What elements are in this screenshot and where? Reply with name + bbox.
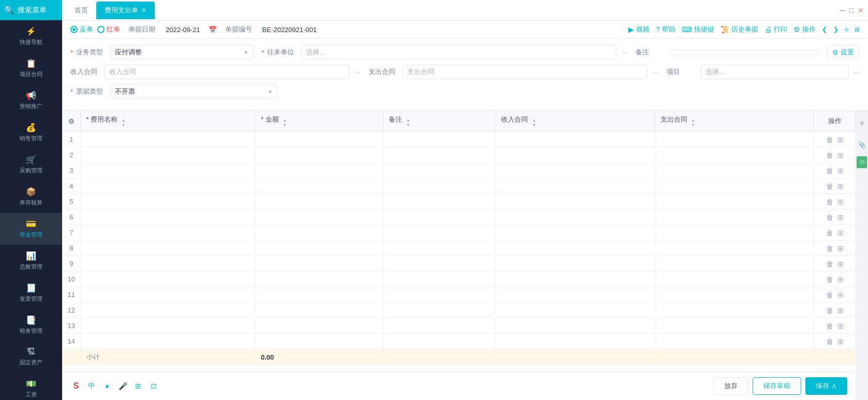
sidebar-item-guding[interactable]: 🏗 固定资产 [0,341,62,373]
sidebar-search[interactable]: 🔍 搜索菜单 [0,0,62,20]
brand-zh-icon[interactable]: 中 [86,380,97,392]
income-more-icon[interactable]: ··· [355,68,360,76]
delete-icon[interactable]: 🗑 [826,167,833,175]
expense-name-cell[interactable] [81,256,255,272]
discard-button[interactable]: 放弃 [713,377,748,395]
expense-name-cell[interactable] [81,194,255,210]
copy-icon[interactable]: ⊞ [837,182,844,190]
view-list-icon[interactable]: ≡ [845,26,848,33]
remark-cell[interactable] [384,256,496,272]
delete-icon[interactable]: 🗑 [826,182,833,190]
header-gear[interactable]: ⚙ [62,111,81,132]
radio-blue-dot[interactable] [70,26,78,33]
delete-icon[interactable]: 🗑 [826,244,833,253]
sidebar-item-zijin[interactable]: 💳 资金管理 [0,213,62,245]
close-button[interactable]: ✕ [858,6,864,14]
remark-cell[interactable] [384,241,496,256]
expense-contract-cell[interactable] [655,287,814,303]
amount-cell[interactable] [255,272,383,287]
expense-name-cell[interactable] [81,163,255,179]
amount-cell[interactable] [255,334,383,349]
amount-cell[interactable] [255,303,383,318]
right-tab-green[interactable]: C [857,156,867,168]
copy-icon[interactable]: ⊞ [837,260,844,268]
expense-contract-cell[interactable] [655,163,814,179]
remark-cell[interactable] [384,132,496,147]
income-contract-cell[interactable] [496,194,655,210]
sidebar-item-yingxiao[interactable]: 📢 营销推广 [0,84,62,116]
expense-contract-cell[interactable] [655,210,814,225]
expense-name-cell[interactable] [81,147,255,163]
copy-icon[interactable]: ⊞ [837,244,844,253]
expense-name-cell[interactable] [81,272,255,287]
expense-contract-cell[interactable] [655,318,814,334]
expense-contract-cell[interactable] [655,256,814,272]
amount-cell[interactable] [255,287,383,303]
delete-icon[interactable]: 🗑 [826,198,833,206]
income-contract-cell[interactable] [496,318,655,334]
invoice-type-dropdown[interactable]: 不开票 ▼ [110,84,277,99]
income-contract-cell[interactable] [496,334,655,349]
tab-expense[interactable]: 费用支出单 ✕ [96,2,155,19]
remark-cell[interactable] [384,334,496,349]
help-action[interactable]: ? 帮助 [656,25,675,34]
expense-contract-cell[interactable] [655,303,814,318]
expense-name-cell[interactable] [81,303,255,318]
view-grid-icon[interactable]: ⊞ [855,26,860,33]
expense-name-cell[interactable] [81,210,255,225]
sidebar-item-shuiwu[interactable]: 📑 税务管理 [0,309,62,341]
amount-cell[interactable] [255,225,383,241]
amount-cell[interactable] [255,163,383,179]
brand-grid2-icon[interactable]: ⊡ [148,380,159,392]
sidebar-item-fapiao[interactable]: 🧾 发票管理 [0,277,62,309]
sort-remark-icon[interactable]: ▲▼ [406,118,410,127]
delete-icon[interactable]: 🗑 [826,229,833,237]
expense-name-cell[interactable] [81,241,255,256]
amount-cell[interactable] [255,241,383,256]
expense-contract-input[interactable]: 支出合同 [403,65,648,79]
expense-contract-cell[interactable] [655,241,814,256]
radio-red-dot[interactable] [97,26,105,33]
amount-cell[interactable] [255,210,383,225]
remark-cell[interactable] [384,179,496,194]
copy-icon[interactable]: ⊞ [837,306,844,315]
sidebar-item-gongzi[interactable]: 💵 工资 [0,373,62,400]
copy-icon[interactable]: ⊞ [837,167,844,175]
remark-cell[interactable] [384,210,496,225]
sort-expense-contract-icon[interactable]: ▲▼ [691,118,695,127]
expense-contract-cell[interactable] [655,147,814,163]
amount-cell[interactable] [255,132,383,147]
income-contract-cell[interactable] [496,272,655,287]
expense-name-cell[interactable] [81,225,255,241]
remark-input[interactable] [670,50,818,55]
expense-contract-cell[interactable] [655,225,814,241]
delete-icon[interactable]: 🗑 [826,337,833,346]
copy-icon[interactable]: ⊞ [837,213,844,221]
copy-icon[interactable]: ⊞ [837,291,844,299]
remark-cell[interactable] [384,272,496,287]
brand-s-icon[interactable]: S [70,380,82,392]
sidebar-item-xiangmu[interactable]: 📋 项目合同 [0,52,62,84]
history-action[interactable]: 📜 历史单据 [720,25,758,34]
right-panel-icon-2[interactable]: 📎 [857,135,867,155]
copy-icon[interactable]: ⊞ [837,136,844,144]
sort-amount-icon[interactable]: ▲▼ [283,118,287,127]
date-value[interactable]: 2022-09-21 [166,26,200,34]
save-button[interactable]: 保存 ∧ [805,377,847,395]
expense-more-icon[interactable]: ··· [653,68,658,76]
sort-income-icon[interactable]: ▲▼ [532,118,536,127]
copy-icon[interactable]: ⊞ [837,337,844,346]
amount-cell[interactable] [255,147,383,163]
partner-more-icon[interactable]: ··· [622,49,627,56]
income-contract-cell[interactable] [496,303,655,318]
operate-action[interactable]: ⚙ 操作 [793,25,816,34]
radio-blue[interactable]: 蓝单 [70,25,93,34]
brand-mic-icon[interactable]: 🎤 [117,380,128,392]
minimize-button[interactable]: ─ [840,6,845,14]
copy-icon[interactable]: ⊞ [837,322,844,330]
business-type-dropdown[interactable]: 应付调整 ▼ [110,45,253,60]
delete-icon[interactable]: 🗑 [826,136,833,144]
expense-name-cell[interactable] [81,334,255,349]
amount-cell[interactable] [255,179,383,194]
tab-close-icon[interactable]: ✕ [141,7,146,14]
